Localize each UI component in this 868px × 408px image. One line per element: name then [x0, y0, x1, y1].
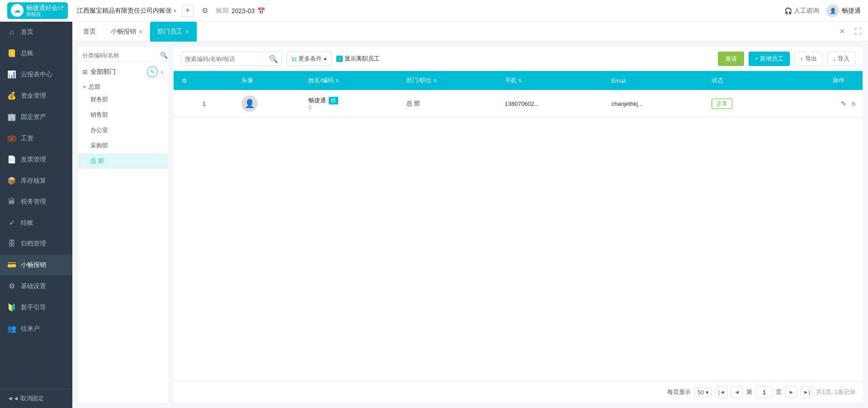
sidebar-item-reports[interactable]: 📊 云报表中心: [0, 64, 72, 85]
table-header-dept[interactable]: 部门/职位 ⇅: [399, 71, 497, 90]
assets-icon: 🏢: [7, 113, 16, 121]
sidebar-item-inventory[interactable]: 📦 库存核算: [0, 170, 72, 191]
guide-icon: 🔰: [7, 303, 16, 312]
export-icon: ↑: [800, 56, 803, 62]
chevron-down-icon: ▾: [324, 56, 327, 62]
dept-root-label[interactable]: ▼ 总部: [78, 80, 168, 92]
dept-item-sales[interactable]: 销售部: [78, 107, 168, 123]
employee-table-wrap: ⚙ 头像 姓名/编码 ⇅ 部门/职位 ⇅: [174, 71, 863, 381]
sort-icon: ⇅: [518, 78, 522, 83]
sidebar-item-contacts[interactable]: 👥 往来户: [0, 318, 72, 339]
close-tab-expense[interactable]: ×: [139, 28, 142, 35]
filter-icon: ⊟: [292, 56, 297, 62]
row-mobile-cell: 138070602...: [498, 90, 604, 118]
close-tab-dept[interactable]: ×: [185, 28, 189, 35]
dept-search-input[interactable]: [82, 52, 158, 59]
sort-icon: ⇅: [434, 78, 437, 83]
table-header-name[interactable]: 姓名/编码 ⇅: [301, 71, 399, 90]
row-email-cell: chanjethkj...: [604, 90, 704, 118]
company-selector[interactable]: 江西服宝精品有限责任公司内账张 ▾: [77, 7, 176, 15]
last-page-button[interactable]: ►|: [801, 386, 812, 398]
edit-employee-button[interactable]: ✎: [841, 100, 846, 107]
logout-employee-button[interactable]: ⎋: [852, 100, 855, 107]
sidebar-item-salary[interactable]: 💼 工资: [0, 128, 72, 149]
sidebar-item-home[interactable]: ⌂ 首页: [0, 22, 72, 43]
sidebar-item-close[interactable]: ✓ 结账: [0, 212, 72, 233]
archive-icon: 🗄: [7, 240, 16, 248]
close-window-button[interactable]: ✕: [835, 25, 848, 38]
tab-home[interactable]: 首页: [76, 22, 104, 42]
table-header-settings[interactable]: ⚙: [174, 71, 195, 90]
settings-nav-icon: ⚙: [7, 282, 16, 290]
unpin-sidebar-button[interactable]: ◄◄ 取消固定: [0, 389, 72, 408]
inventory-icon: 📦: [7, 176, 16, 185]
gear-icon: ⚙: [182, 77, 187, 84]
sidebar-item-settings[interactable]: ⚙ 基础设置: [0, 275, 72, 297]
more-filter-button[interactable]: ⊟ 更多条件 ▾: [287, 52, 332, 66]
reports-icon: 📊: [7, 70, 16, 79]
dept-item-finance[interactable]: 财务部: [78, 92, 168, 107]
content-area: 首页 小畅报销 × 部门员工 × ✕ ⛶ 🔍: [72, 22, 868, 408]
checkbox-icon: ✓: [336, 56, 343, 62]
sidebar-item-archive[interactable]: 🗄 归档管理: [0, 233, 72, 254]
row-settings-cell: [174, 90, 195, 118]
dept-all-header: ⊞ 全部部门 ✎ «: [78, 62, 168, 80]
employee-toolbar-right: 邀请 + 新增员工 ↑ 导出 ↓ 导入: [718, 52, 855, 66]
settings-icon[interactable]: ⚙: [199, 5, 211, 17]
dept-edit-button[interactable]: ✎: [147, 66, 158, 77]
calendar-icon[interactable]: 📅: [257, 7, 265, 14]
topbar: ☁ 畅捷通好会计 旗舰版 江西服宝精品有限责任公司内账张 ▾ + ⚙ 账期 20…: [0, 0, 868, 22]
main-layout: ⌂ 首页 📒 总账 📊 云报表中心 💰 资金管理 🏢 固定资产 💼 工资: [0, 22, 868, 408]
customer-service-button[interactable]: 🎧 人工咨询: [784, 7, 819, 15]
status-badge: 正常: [712, 99, 732, 109]
add-employee-button[interactable]: + 新增员工: [749, 52, 790, 66]
invite-button[interactable]: 邀请: [718, 52, 744, 66]
expand-window-button[interactable]: ⛶: [852, 25, 864, 38]
period-selector[interactable]: 账期 2023-03 📅: [216, 7, 265, 15]
user-profile-button[interactable]: 👤 畅捷通: [826, 5, 861, 17]
topbar-right: 🎧 人工咨询 👤 畅捷通: [784, 5, 861, 17]
next-page-button[interactable]: ►: [785, 386, 797, 398]
tab-dept-employee[interactable]: 部门员工 ×: [150, 22, 197, 42]
row-name-cell: 畅捷通 部 0: [301, 90, 399, 118]
employee-search-input[interactable]: [185, 56, 266, 62]
prev-page-button[interactable]: ◄: [731, 386, 743, 398]
page-number-input[interactable]: [756, 386, 772, 398]
show-resigned-checkbox[interactable]: ✓ 显示离职员工: [336, 55, 380, 63]
table-header-email: Email: [604, 71, 704, 90]
table-header-mobile[interactable]: 手机 ⇅: [498, 71, 604, 90]
export-button[interactable]: ↑ 导出: [794, 52, 823, 66]
sidebar-item-expense[interactable]: 💳 小畅报销: [0, 254, 72, 275]
dept-item-headquarters[interactable]: 总 部: [78, 153, 168, 169]
sidebar-item-funds[interactable]: 💰 资金管理: [0, 85, 72, 106]
employee-toolbar: 🔍 ⊟ 更多条件 ▾ ✓ 显示离职员工 邀请 + 新增员工: [174, 47, 863, 71]
caret-down-icon: ▼: [82, 85, 87, 90]
sidebar-item-invoice[interactable]: 📄 发票管理: [0, 149, 72, 170]
tabs-bar: 首页 小畅报销 × 部门员工 × ✕ ⛶: [72, 22, 868, 42]
employee-search-icon[interactable]: 🔍: [269, 55, 278, 63]
dept-search-icon[interactable]: 🔍: [160, 52, 168, 59]
app-logo: ☁ 畅捷通好会计 旗舰版: [7, 2, 68, 19]
import-icon: ↓: [833, 56, 836, 62]
tax-icon: 🏛: [7, 198, 16, 206]
table-header-avatar: 头像: [234, 71, 302, 90]
import-button[interactable]: ↓ 导入: [827, 52, 856, 66]
add-company-button[interactable]: +: [182, 5, 193, 17]
avatar: 👤: [826, 5, 839, 17]
logo-icon: ☁: [11, 4, 24, 17]
sidebar-item-assets[interactable]: 🏢 固定资产: [0, 106, 72, 128]
collapse-icon[interactable]: «: [160, 69, 164, 75]
dept-item-purchasing[interactable]: 采购部: [78, 138, 168, 153]
dept-item-office[interactable]: 办公室: [78, 123, 168, 138]
avatar: 👤: [241, 95, 258, 112]
sort-icon: ⇅: [335, 78, 339, 83]
table-header-status: 状态: [704, 71, 782, 90]
tab-expense[interactable]: 小畅报销 ×: [104, 22, 150, 42]
sidebar-item-guide[interactable]: 🔰 新手引导: [0, 297, 72, 318]
sidebar-item-ledger[interactable]: 📒 总账: [0, 43, 72, 64]
page-size-selector[interactable]: 50 ▾: [694, 388, 712, 397]
sidebar-item-tax[interactable]: 🏛 税务管理: [0, 191, 72, 212]
dept-search-bar: 🔍: [78, 47, 168, 62]
first-page-button[interactable]: |◄: [716, 386, 727, 398]
chevron-down-icon: ▾: [706, 389, 709, 396]
